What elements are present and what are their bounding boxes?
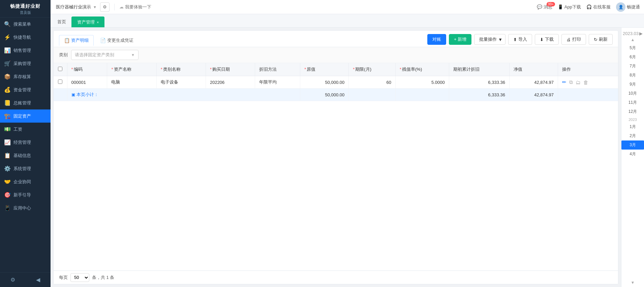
experience-button[interactable]: ☁ 我要体验一下 xyxy=(119,4,151,10)
list-icon: 📋 xyxy=(64,38,70,43)
customer-service-button[interactable]: 🎧 在线客服 xyxy=(586,4,611,10)
refresh-icon: ↻ xyxy=(594,37,597,42)
sidebar-item-label: 应用中心 xyxy=(13,205,31,211)
per-page-select[interactable]: 50 100 200 xyxy=(70,273,89,282)
sidebar-item-label: 固定资产 xyxy=(13,113,31,119)
app-title: 畅捷通好业财 xyxy=(10,3,40,9)
sidebar-item-payroll[interactable]: 💵工资 xyxy=(0,123,51,136)
select-all-checkbox[interactable] xyxy=(58,67,62,71)
timeline-expand-icon[interactable]: ▶ xyxy=(639,31,643,36)
sidebar-nav: 🔍搜索菜单⚡快捷导航📊销售管理🛒采购管理📦库存核算💰资金管理📒总账管理🏗️固定资… xyxy=(0,18,51,272)
settings-button[interactable]: ⚙ xyxy=(100,2,110,12)
tab-home[interactable]: 首页 xyxy=(53,17,70,27)
batch-ops-button[interactable]: 批量操作 ▼ xyxy=(474,34,505,45)
sidebar-item-label: 企业协同 xyxy=(13,179,31,185)
app-download-button[interactable]: 📱 App下载 xyxy=(558,4,581,10)
sidebar-item-label: 快捷导航 xyxy=(13,34,31,40)
sidebar-item-purchase[interactable]: 🛒采购管理 xyxy=(0,57,51,70)
main-area: 医疗器械行业演示 ▼ ⚙ ☁ 我要体验一下 💬 消息 99+ 📱 App下载 🎧… xyxy=(51,0,644,287)
timeline-up-icon[interactable]: ▲ xyxy=(631,37,635,42)
archive-icon[interactable]: 🗂 xyxy=(576,79,581,85)
sub-tab-asset-detail[interactable]: 📋 资产明细 xyxy=(59,35,94,46)
timeline-month-11月[interactable]: 11月 xyxy=(621,98,644,107)
timeline-month-8月[interactable]: 8月 xyxy=(621,71,644,80)
tab-asset-mgmt[interactable]: 资产管理 × xyxy=(71,17,104,27)
print-button[interactable]: 🖨 打印 xyxy=(561,34,586,45)
customer-service-label: 在线客服 xyxy=(593,4,611,10)
timeline-month-1月[interactable]: 1月 xyxy=(621,122,644,131)
sidebar-item-inventory[interactable]: 📦库存核算 xyxy=(0,70,51,83)
sidebar-item-app-center[interactable]: 📱应用中心 xyxy=(0,201,51,215)
company-arrow-icon: ▼ xyxy=(93,5,97,9)
tab-close-icon[interactable]: × xyxy=(97,20,99,24)
td-category: 电子设备 xyxy=(156,76,206,89)
sidebar-item-enterprise[interactable]: 🤝企业协同 xyxy=(0,175,51,188)
sidebar-item-label: 库存核算 xyxy=(13,74,31,80)
subtotal-icon: ▣ xyxy=(71,92,75,97)
sidebar-item-sales[interactable]: 📊销售管理 xyxy=(0,44,51,57)
timeline-month-2月[interactable]: 2月 xyxy=(621,131,644,140)
edit-icon[interactable]: ✏ xyxy=(562,79,566,85)
timeline-month-10月[interactable]: 10月 xyxy=(621,89,644,98)
message-button[interactable]: 💬 消息 99+ xyxy=(537,4,552,10)
settings-icon[interactable]: ⚙ xyxy=(8,275,18,284)
sidebar-item-capital[interactable]: 💰资金管理 xyxy=(0,83,51,96)
print-icon: 🖨 xyxy=(566,37,571,42)
collapse-icon[interactable]: ◀ xyxy=(33,275,43,284)
timeline-year-marker: 2023 xyxy=(628,116,637,122)
row-checkbox[interactable] xyxy=(58,79,62,84)
timeline-month-12月[interactable]: 12月 xyxy=(621,107,644,116)
capital-icon: 💰 xyxy=(4,87,11,93)
refresh-button[interactable]: ↻ 刷新 xyxy=(589,34,613,45)
table-row: 000001 电脑 电子设备 202206 年限平均 50,000.00 60 … xyxy=(54,76,618,89)
timeline-month-7月[interactable]: 7月 xyxy=(621,62,644,71)
message-badge: 99+ xyxy=(547,2,555,6)
sidebar-item-label: 资金管理 xyxy=(13,87,31,93)
pagination: 每页 50 100 200 条，共 1 条 xyxy=(54,270,618,284)
subtotal-residual-empty xyxy=(395,89,449,101)
sub-tab-change-voucher[interactable]: 📄 变更生成凭证 xyxy=(95,35,139,46)
copy-icon[interactable]: ⧉ xyxy=(569,79,573,85)
download-icon2: ⬇ xyxy=(540,37,544,42)
subtotal-label: 本页小计： xyxy=(76,92,98,98)
timeline-month-9月[interactable]: 9月 xyxy=(621,80,644,89)
category-select[interactable]: 请选择固定资产类别 ▼ xyxy=(71,50,139,60)
company-selector[interactable]: 医疗器械行业演示 ▼ xyxy=(56,4,97,10)
timeline-month-4月[interactable]: 4月 xyxy=(621,150,644,159)
th-actions: 操作 xyxy=(558,63,618,76)
sidebar-item-quick-nav[interactable]: ⚡快捷导航 xyxy=(0,31,51,44)
category-label: 类别 xyxy=(59,52,68,58)
sidebar-item-fixed-assets[interactable]: 🏗️固定资产 xyxy=(0,109,51,123)
timeline-month-6月[interactable]: 6月 xyxy=(621,53,644,62)
sidebar-item-guide[interactable]: 🎯新手引导 xyxy=(0,188,51,201)
sidebar-item-operations[interactable]: 📈经营管理 xyxy=(0,136,51,149)
td-original-value: 50,000.00 xyxy=(300,76,349,89)
sidebar-item-basic-info[interactable]: 📋基础信息 xyxy=(0,149,51,162)
timeline-down-icon[interactable]: ▼ xyxy=(631,280,635,285)
basic-info-icon: 📋 xyxy=(4,152,11,159)
subtotal-actions-empty xyxy=(558,89,618,101)
timeline-month-3月[interactable]: 3月 xyxy=(621,140,644,150)
download-button[interactable]: ⬇ 下载 xyxy=(535,34,559,45)
td-residual-rate: 5.0000 xyxy=(395,76,449,89)
th-original-value: *原值 xyxy=(300,63,349,76)
timeline-month-5月[interactable]: 5月 xyxy=(621,43,644,53)
sub-tabs: 📋 资产明细 📄 变更生成凭证 对账 + 新增 批量操作 xyxy=(54,31,618,47)
app-center-icon: 📱 xyxy=(4,205,11,211)
th-period: *期限(月) xyxy=(349,63,396,76)
sidebar-item-system[interactable]: ⚙️系统管理 xyxy=(0,162,51,175)
td-code: 000001 xyxy=(67,76,107,89)
delete-icon[interactable]: 🗑 xyxy=(583,79,588,85)
sidebar-item-search[interactable]: 🔍搜索菜单 xyxy=(0,18,51,31)
user-area[interactable]: 👤 畅捷通 xyxy=(616,2,640,12)
new-button[interactable]: + 新增 xyxy=(449,34,471,45)
td-period: 60 xyxy=(349,76,396,89)
sidebar-item-ledger[interactable]: 📒总账管理 xyxy=(0,96,51,109)
th-code: *编码 xyxy=(67,63,107,76)
app-subtitle: 普及版 xyxy=(20,10,31,15)
reconcile-button[interactable]: 对账 xyxy=(427,34,446,45)
cloud-icon: ☁ xyxy=(119,4,124,9)
sidebar-item-label: 基础信息 xyxy=(13,153,31,159)
import-button[interactable]: ⬆ 导入 xyxy=(508,34,532,45)
sidebar-item-label: 新手引导 xyxy=(13,192,31,198)
